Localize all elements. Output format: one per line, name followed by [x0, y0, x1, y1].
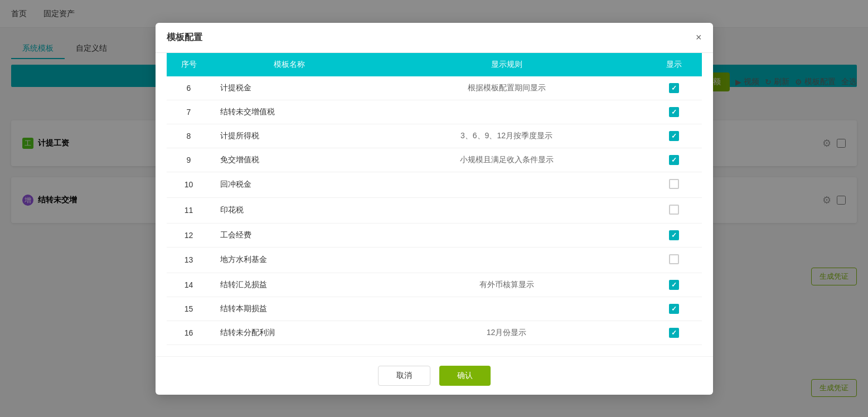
cell-seq: 6: [167, 76, 211, 100]
cell-check: [646, 273, 702, 297]
checkbox-display[interactable]: [669, 179, 679, 189]
cell-name: 印花税: [211, 197, 367, 223]
cell-seq: 12: [167, 223, 211, 247]
checkbox-display[interactable]: [669, 328, 679, 338]
cell-seq: 8: [167, 124, 211, 148]
cell-name: 计提所得税: [211, 124, 367, 148]
cell-check: [646, 297, 702, 321]
col-rule: 显示规则: [367, 53, 646, 76]
checkbox-display[interactable]: [669, 205, 679, 215]
cell-rule: 根据模板配置期间显示: [367, 76, 646, 100]
cell-seq: 13: [167, 247, 211, 273]
cell-name: 免交增值税: [211, 148, 367, 172]
table-row: 12工会经费: [167, 223, 702, 247]
cell-seq: 15: [167, 297, 211, 321]
cell-rule: [367, 172, 646, 197]
cell-rule: 有外币核算显示: [367, 273, 646, 297]
modal-template-config: 模板配置 × 序号 模板名称 显示规则 显示 6: [156, 23, 713, 395]
cell-check: [646, 124, 702, 148]
cancel-button[interactable]: 取消: [378, 366, 430, 386]
col-display: 显示: [646, 53, 702, 76]
checkbox-display[interactable]: [669, 230, 679, 240]
col-seq: 序号: [167, 53, 211, 76]
cell-rule: 12月份显示: [367, 321, 646, 345]
cell-name: 结转本期损益: [211, 297, 367, 321]
confirm-button[interactable]: 确认: [439, 366, 491, 386]
cell-seq: 7: [167, 100, 211, 124]
cell-check: [646, 197, 702, 223]
checkbox-display[interactable]: [669, 254, 679, 264]
table-body: 6计提税金根据模板配置期间显示7结转未交增值税8计提所得税3、6、9、12月按季…: [167, 76, 702, 345]
cell-seq: 11: [167, 197, 211, 223]
checkbox-display[interactable]: [669, 304, 679, 314]
cell-rule: 3、6、9、12月按季度显示: [367, 124, 646, 148]
modal-body: 序号 模板名称 显示规则 显示 6计提税金根据模板配置期间显示7结转未交增值税8…: [156, 53, 713, 356]
checkbox-display[interactable]: [669, 131, 679, 141]
cell-seq: 16: [167, 321, 211, 345]
table-row: 6计提税金根据模板配置期间显示: [167, 76, 702, 100]
modal-title: 模板配置: [167, 32, 202, 43]
cell-rule: [367, 297, 646, 321]
checkbox-display[interactable]: [669, 83, 679, 93]
cell-name: 结转汇兑损益: [211, 273, 367, 297]
modal-close-button[interactable]: ×: [696, 32, 702, 43]
modal-footer: 取消 确认: [156, 356, 713, 395]
cell-name: 结转未交增值税: [211, 100, 367, 124]
table-scroll-container[interactable]: 序号 模板名称 显示规则 显示 6计提税金根据模板配置期间显示7结转未交增值税8…: [167, 53, 702, 345]
cell-rule: [367, 197, 646, 223]
cell-check: [646, 100, 702, 124]
table-row: 16结转未分配利润12月份显示: [167, 321, 702, 345]
config-table: 序号 模板名称 显示规则 显示 6计提税金根据模板配置期间显示7结转未交增值税8…: [167, 53, 702, 345]
checkbox-display[interactable]: [669, 155, 679, 165]
checkbox-display[interactable]: [669, 107, 679, 117]
modal-header: 模板配置 ×: [156, 23, 713, 53]
table-row: 13地方水利基金: [167, 247, 702, 273]
modal-overlay: 模板配置 × 序号 模板名称 显示规则 显示 6: [0, 0, 868, 417]
cell-rule: [367, 100, 646, 124]
cell-seq: 10: [167, 172, 211, 197]
cell-rule: [367, 247, 646, 273]
cell-rule: 小规模且满足收入条件显示: [367, 148, 646, 172]
cell-check: [646, 247, 702, 273]
col-name: 模板名称: [211, 53, 367, 76]
table-row: 8计提所得税3、6、9、12月按季度显示: [167, 124, 702, 148]
cell-name: 工会经费: [211, 223, 367, 247]
table-row: 7结转未交增值税: [167, 100, 702, 124]
table-header: 序号 模板名称 显示规则 显示: [167, 53, 702, 76]
cell-seq: 14: [167, 273, 211, 297]
cell-check: [646, 76, 702, 100]
cell-rule: [367, 223, 646, 247]
cell-name: 结转未分配利润: [211, 321, 367, 345]
cell-name: 地方水利基金: [211, 247, 367, 273]
cell-seq: 9: [167, 148, 211, 172]
cell-check: [646, 172, 702, 197]
cell-check: [646, 223, 702, 247]
checkbox-display[interactable]: [669, 280, 679, 290]
table-row: 11印花税: [167, 197, 702, 223]
table-row: 9免交增值税小规模且满足收入条件显示: [167, 148, 702, 172]
cell-check: [646, 148, 702, 172]
cell-name: 计提税金: [211, 76, 367, 100]
cell-name: 回冲税金: [211, 172, 367, 197]
table-row: 14结转汇兑损益有外币核算显示: [167, 273, 702, 297]
table-row: 10回冲税金: [167, 172, 702, 197]
cell-check: [646, 321, 702, 345]
table-row: 15结转本期损益: [167, 297, 702, 321]
